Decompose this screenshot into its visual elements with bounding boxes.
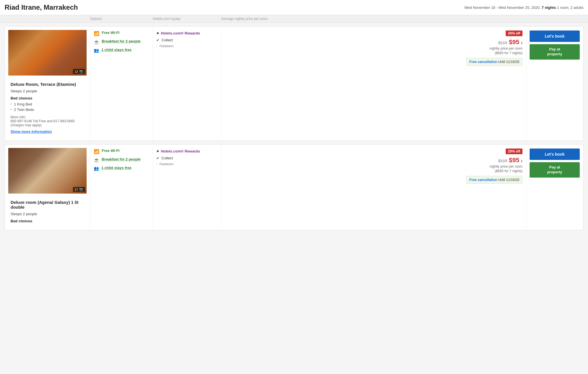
loyalty-collect-row: ✔ Collect: [156, 38, 218, 42]
wifi-option: 📶 Free Wi-Fi: [94, 149, 149, 154]
square-icon: ▪: [156, 163, 157, 165]
show-more-link[interactable]: Show more information: [11, 129, 84, 134]
loyalty-header: ● Hotels.com® Rewards: [156, 31, 218, 36]
price-info-icon[interactable]: ℹ: [521, 159, 522, 163]
loyalty-title: Hotels.com® Rewards: [161, 149, 200, 153]
photo-count: 17: [75, 188, 78, 191]
charges-note: (charges may apply): [11, 123, 42, 127]
wifi-label: Free Wi-Fi: [102, 31, 120, 35]
col-loyalty-label: Hotels.com loyalty: [153, 17, 221, 21]
options-section: 📶 Free Wi-Fi ☕ Breakfast for 2 people 👥 …: [90, 27, 153, 141]
original-price: $119: [498, 158, 507, 163]
breakfast-option: ☕ Breakfast for 2 people: [94, 157, 149, 163]
collect-label: Collect: [162, 38, 173, 42]
price-row: $119 $95 ℹ: [498, 38, 522, 46]
more-info: More Info: 800-997-9148 Toll Free and 81…: [11, 115, 84, 127]
current-price: $95: [509, 156, 519, 164]
loyalty-redeem-row: ▪ Redeem: [156, 162, 218, 166]
more-info-label: More Info:: [11, 115, 26, 119]
child-label[interactable]: 1 child stays free: [101, 48, 132, 52]
price-section: 20% off $119 $95 ℹ nightly price per roo…: [221, 145, 526, 230]
loyalty-collect-row: ✔ Collect: [156, 156, 218, 160]
col-options: [5, 17, 90, 21]
room-image: 17 📷: [8, 148, 87, 194]
coffee-icon: ☕: [94, 39, 99, 45]
action-section: Let's book Pay atproperty: [526, 145, 583, 230]
price-info-icon[interactable]: ℹ: [521, 41, 522, 45]
child-option: 👥 1 child stays free: [94, 166, 149, 171]
loyalty-icon: ●: [156, 31, 159, 36]
camera-icon: 📷: [79, 188, 83, 191]
per-room-label: nightly price per room: [490, 164, 522, 168]
redeem-label: Redeem: [160, 162, 173, 166]
room-adults: 1 room, 2 adults: [557, 5, 583, 10]
room-card: 13 📷 Deluxe Room, Terrace (Etamine) Slee…: [5, 26, 583, 141]
cancellation-until: Until 11/16/20: [498, 178, 519, 182]
wifi-icon: 📶: [94, 149, 99, 154]
child-label[interactable]: 1 child stays free: [101, 166, 132, 170]
booking-dates: Wed November 18 - Wed November 25, 2020,: [464, 5, 541, 10]
loyalty-section: ● Hotels.com® Rewards ✔ Collect ▪ Redeem: [153, 27, 221, 141]
image-badge: 17 📷: [73, 187, 85, 192]
cancellation-link[interactable]: Free cancellation: [469, 60, 497, 64]
room-details: Deluxe Room, Terrace (Etamine) Sleeps 2 …: [8, 76, 87, 137]
coffee-icon: ☕: [94, 157, 99, 163]
discount-badge: 20% off: [506, 31, 522, 36]
total-label: ($665 for 7 nights): [495, 51, 522, 55]
cancellation-box: Free cancellation Until 11/16/20: [466, 176, 522, 184]
book-button[interactable]: Let's book: [530, 149, 580, 160]
wifi-option: 📶 Free Wi-Fi: [94, 31, 149, 36]
image-badge: 13 📷: [73, 69, 85, 74]
room-details: Deluxe room (Agena/ Galaxy) 1 lit double…: [8, 194, 87, 227]
square-icon: ▪: [156, 45, 157, 47]
options-section: 📶 Free Wi-Fi ☕ Breakfast for 2 people 👥 …: [90, 145, 153, 230]
nights-count: 7 nights: [542, 5, 556, 10]
total-label: ($665 for 7 nights): [495, 169, 522, 173]
price-row: $119 $95 ℹ: [498, 156, 522, 164]
room-sleeps: Sleeps 2 people: [11, 89, 84, 93]
booking-info: Wed November 18 - Wed November 25, 2020,…: [464, 5, 583, 10]
camera-icon: 📷: [79, 70, 83, 73]
pay-at-property-button[interactable]: Pay atproperty: [530, 162, 580, 178]
bed-list: 1 King Bed 2 Twin Beds: [11, 101, 84, 112]
room-sleeps: Sleeps 2 people: [11, 212, 84, 216]
loyalty-redeem-row: ▪ Redeem: [156, 44, 218, 48]
phone: 800-997-9148 Toll Free and 817-983-0665: [11, 119, 75, 123]
bed-choices-label: Bed choices: [11, 219, 84, 223]
book-button[interactable]: Let's book: [530, 31, 580, 42]
child-option: 👥 1 child stays free: [94, 48, 149, 53]
cancellation-until: Until 11/16/20: [498, 60, 519, 64]
col-actions: [526, 17, 583, 21]
loyalty-title: Hotels.com® Rewards: [161, 31, 200, 35]
room-card: 17 📷 Deluxe room (Agena/ Galaxy) 1 lit d…: [5, 144, 583, 230]
breakfast-option: ☕ Breakfast for 2 people: [94, 39, 149, 45]
price-section: 20% off $119 $95 ℹ nightly price per roo…: [221, 27, 526, 141]
page-header: Riad Itrane, Marrakech Wed November 18 -…: [0, 0, 588, 15]
bed-item: 2 Twin Beds: [11, 107, 84, 112]
collect-label: Collect: [162, 156, 173, 160]
room-title: Deluxe room (Agena/ Galaxy) 1 lit double: [11, 200, 84, 210]
check-icon: ✔: [156, 156, 159, 160]
per-room-label: nightly price per room: [490, 46, 522, 50]
column-headers: Options Hotels.com loyalty Average night…: [0, 15, 588, 23]
child-icon: 👥: [94, 166, 99, 171]
pay-at-property-button[interactable]: Pay atproperty: [530, 44, 580, 60]
photo-count: 13: [75, 70, 78, 73]
current-price: $95: [509, 38, 519, 46]
wifi-label: Free Wi-Fi: [102, 149, 120, 153]
redeem-label: Redeem: [160, 44, 173, 48]
child-icon: 👥: [94, 48, 99, 53]
cancellation-box: Free cancellation Until 11/16/20: [466, 58, 522, 66]
bed-item: 1 King Bed: [11, 101, 84, 107]
discount-badge: 20% off: [506, 149, 522, 154]
bed-choices-label: Bed choices: [11, 96, 84, 100]
room-info-section: 13 📷 Deluxe Room, Terrace (Etamine) Slee…: [5, 27, 90, 141]
breakfast-label[interactable]: Breakfast for 2 people: [102, 39, 141, 43]
cancellation-link[interactable]: Free cancellation: [469, 178, 497, 182]
breakfast-label[interactable]: Breakfast for 2 people: [102, 157, 141, 161]
hotel-name: Riad Itrane, Marrakech: [5, 3, 78, 11]
room-image: 13 📷: [8, 30, 87, 76]
room-title: Deluxe Room, Terrace (Etamine): [11, 82, 84, 87]
col-avg-price-label: Average nightly price per room: [221, 17, 526, 21]
loyalty-section: ● Hotels.com® Rewards ✔ Collect ▪ Redeem: [153, 145, 221, 230]
